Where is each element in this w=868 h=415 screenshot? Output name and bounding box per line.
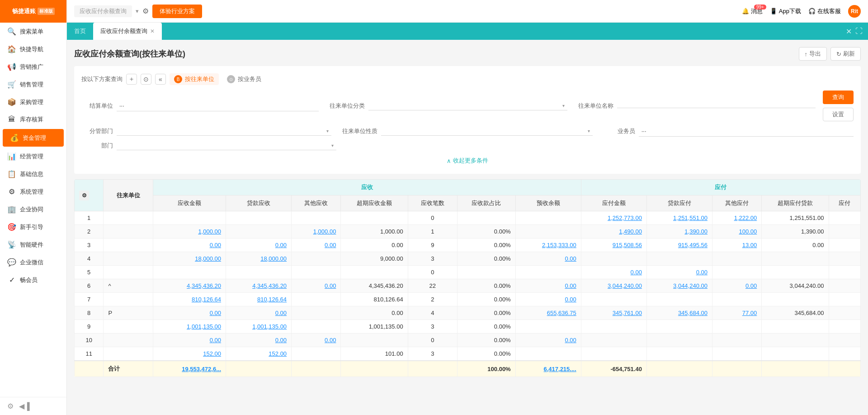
cell-yfje[interactable] [581,334,646,347]
dept-input[interactable]: ▾ [117,141,336,150]
cell-qtys[interactable] [292,293,341,306]
sidebar-item-guide[interactable]: 🎯 新手引导 [0,218,66,236]
table-settings-icon[interactable]: ⚙ [79,191,89,200]
cell-qtyf[interactable]: 100.00 [712,225,761,239]
cell-dkyf[interactable] [646,252,712,266]
cell-dkyf[interactable]: 1,251,551.00 [646,211,712,225]
cell-dkys[interactable]: 0.00 [226,334,292,347]
cell-yfje[interactable]: 3,044,240.00 [581,279,646,293]
sidebar-item-member[interactable]: ✓ 畅会员 [0,271,66,289]
sidebar-item-enterprise[interactable]: 🏢 企业协同 [0,200,66,218]
cell-ysje[interactable]: 1,000.00 [153,225,226,239]
cell-yfje[interactable] [581,347,646,361]
cell-dkyf[interactable]: 1,390.00 [646,225,712,239]
edit-scheme-btn[interactable]: ⊙ [141,74,151,85]
cell-yysye[interactable]: 0.00 [515,252,581,266]
cell-dkys[interactable] [226,225,292,239]
cell-qtys[interactable] [292,347,341,361]
sidebar-item-finance[interactable]: 💰 资金管理 [3,129,64,147]
sidebar-item-inventory[interactable]: 🏛 库存核算 [0,111,66,128]
cell-dkyf[interactable] [646,334,712,347]
cell-yysye[interactable] [515,225,581,239]
cell-qtyf[interactable] [712,293,761,306]
breadcrumb-chevron-icon[interactable]: ▾ [136,8,139,14]
cell-yysye[interactable] [515,266,581,279]
footer-yysye[interactable]: 6,417,215.... [515,361,581,377]
wanglai-nature-input[interactable]: ▾ [381,127,592,136]
cell-qtyf[interactable] [712,320,761,334]
cell-dkyf[interactable]: 3,044,240.00 [646,279,712,293]
sidebar-item-marketing[interactable]: 📢 营销推广 [0,58,66,76]
header-gear-icon[interactable]: ⚙ [142,7,149,15]
cell-dkys[interactable]: 1,001,135.00 [226,320,292,334]
cell-yfje[interactable]: 345,761.00 [581,306,646,320]
cell-ysje[interactable]: 4,345,436.20 [153,279,226,293]
cell-yysye[interactable]: 0.00 [515,293,581,306]
tab-query[interactable]: 应收应付余额查询 ✕ [93,23,162,40]
jiesuan-input[interactable]: ··· [117,100,319,111]
cell-qtyf[interactable]: 0.00 [712,279,761,293]
cell-qtyf[interactable]: 1,222.00 [712,211,761,225]
cell-qtys[interactable]: 0.00 [292,334,341,347]
cell-dkyf[interactable] [646,320,712,334]
export-btn[interactable]: ↑ 导出 [799,47,827,61]
cell-ysje[interactable]: 0.00 [153,239,226,252]
query-btn[interactable]: 查询 [823,91,854,104]
cell-qtyf[interactable]: 77.00 [712,306,761,320]
cell-qtys[interactable] [292,211,341,225]
cell-yfje[interactable]: 915,508.56 [581,239,646,252]
sidebar-item-weixin[interactable]: 💬 企业微信 [0,253,66,271]
collapse-sidebar-icon[interactable]: ◀▐ [19,402,29,410]
cell-ysje[interactable]: 18,000.00 [153,252,226,266]
cell-yfje[interactable]: 0.00 [581,266,646,279]
cell-qtys[interactable]: 1,000.00 [292,225,341,239]
cell-yfje[interactable]: 1,252,773.00 [581,211,646,225]
cell-dkyf[interactable] [646,293,712,306]
app-download-area[interactable]: 📱 App下载 [770,7,801,15]
cell-qtyf[interactable] [712,266,761,279]
cell-dkys[interactable]: 810,126.64 [226,293,292,306]
cell-dkys[interactable]: 152.00 [226,347,292,361]
cell-dkyf[interactable]: 345,684.00 [646,306,712,320]
more-scheme-btn[interactable]: « [155,74,166,85]
cell-yysye[interactable]: 0.00 [515,279,581,293]
notification-area[interactable]: 🔔 消息 99+ [742,7,763,15]
user-avatar[interactable]: Rit [848,5,861,18]
footer-ysje[interactable]: 19,553,472,6... [153,361,226,377]
wanglai-name-input[interactable] [617,104,816,108]
cell-dkyf[interactable]: 915,495.56 [646,239,712,252]
industry-btn[interactable]: 体验行业方案 [152,5,202,18]
cell-ysje[interactable]: 0.00 [153,334,226,347]
cell-yysye[interactable] [515,211,581,225]
cell-qtyf[interactable] [712,347,761,361]
cell-yfje[interactable] [581,293,646,306]
settings-btn[interactable]: 设置 [823,108,854,121]
sidebar-item-operation[interactable]: 📊 经营管理 [0,148,66,165]
cell-qtys[interactable]: 0.00 [292,279,341,293]
tab-expand-icon[interactable]: ⛶ [855,27,863,35]
scheme-by-partner[interactable]: B 按往来单位 [170,73,219,85]
cell-qtyf[interactable] [712,334,761,347]
cell-yysye[interactable] [515,347,581,361]
tab-home[interactable]: 首页 [67,23,93,40]
sidebar-item-system[interactable]: ⚙ 系统管理 [0,183,66,200]
cell-yysye[interactable]: 0.00 [515,334,581,347]
cell-yysye[interactable] [515,320,581,334]
cell-qtys[interactable] [292,320,341,334]
cell-qtys[interactable] [292,266,341,279]
cell-ysje[interactable]: 1,001,135.00 [153,320,226,334]
sidebar-item-basic-info[interactable]: 📋 基础信息 [0,165,66,183]
cell-dkys[interactable] [226,266,292,279]
cell-ysje[interactable] [153,266,226,279]
add-scheme-btn[interactable]: ＋ [126,74,137,85]
cell-dkys[interactable] [226,211,292,225]
cell-ysje[interactable] [153,211,226,225]
cell-qtyf[interactable] [712,252,761,266]
cell-qtys[interactable] [292,252,341,266]
online-service-area[interactable]: 🎧 在线客服 [808,7,841,15]
cell-dkyf[interactable]: 0.00 [646,266,712,279]
sidebar-item-quick-nav[interactable]: 🏠 快捷导航 [0,40,66,58]
scheme-by-salesperson[interactable]: ⊙ 按业务员 [222,73,266,85]
sidebar-item-sales[interactable]: 🛒 销售管理 [0,76,66,93]
sidebar-item-purchase[interactable]: 📦 采购管理 [0,93,66,111]
